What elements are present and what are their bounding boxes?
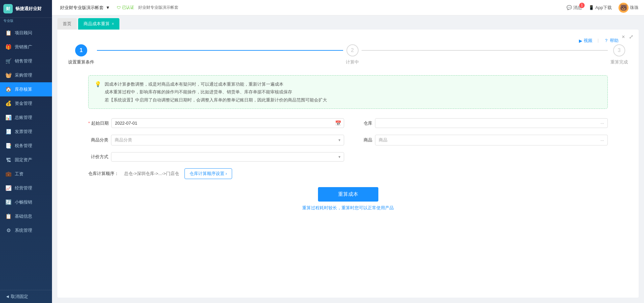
calendar-icon[interactable]: 📅 xyxy=(335,120,341,126)
start-date-input-wrapper: 📅 xyxy=(111,118,344,128)
sidebar-item-label: 总账管理 xyxy=(15,115,32,121)
unpin-button[interactable]: ◄ 取消固定 xyxy=(0,290,52,303)
goods-selector[interactable]: 商品 ··· xyxy=(375,135,608,145)
pricing-label: 计价方式 xyxy=(88,154,108,160)
step-2: 2 计算中 xyxy=(346,44,359,65)
sidebar-item-label: 销售管理 xyxy=(15,58,32,64)
expand-window-button[interactable]: ⤢ xyxy=(629,34,633,40)
sidebar-item-label: 采购管理 xyxy=(15,72,32,78)
sidebar-item-assets[interactable]: 🏗 固定资产 xyxy=(0,153,52,167)
info-icon: 💡 xyxy=(95,81,101,104)
form-row-2: 商品分类 商品分类 ▾ 商品 商品 ··· xyxy=(88,135,608,145)
operation-icon: 📈 xyxy=(5,185,11,191)
tab-home[interactable]: 首页 xyxy=(57,18,77,30)
form-section: 起始日期 📅 仓库 ··· 商品分类 xyxy=(88,118,608,211)
sidebar-item-marketing[interactable]: 🎁 营销推广 xyxy=(0,40,52,54)
video-label: 视频 xyxy=(584,38,592,44)
sidebar-item-label: 库存核算 xyxy=(15,86,32,92)
warehouse-group: 仓库 ··· xyxy=(352,118,608,128)
warehouse-selector[interactable]: ··· xyxy=(375,118,608,128)
help-link[interactable]: ？ 帮助 xyxy=(604,38,619,44)
tab-recalc-label: 商品成本重算 xyxy=(84,21,110,27)
sidebar-item-label: 资金管理 xyxy=(15,100,32,106)
inventory-icon: 🏠 xyxy=(5,86,11,92)
account-selector[interactable]: 好业财专业版演示帐套 ▼ xyxy=(57,3,113,12)
step-2-label: 计算中 xyxy=(346,59,359,65)
question-icon: ？ xyxy=(604,38,608,44)
sidebar-item-tax[interactable]: 📑 税务管理 xyxy=(0,139,52,153)
step-1: 1 设置重算条件 xyxy=(68,44,94,65)
verified-account-name: 好业财专业版演示帐套 xyxy=(138,5,178,10)
invoice-icon: 🧾 xyxy=(5,129,11,135)
project-icon: 📋 xyxy=(5,30,11,36)
purchase-icon: 🧺 xyxy=(5,72,11,78)
sales-icon: 🛒 xyxy=(5,58,11,64)
pricing-selector[interactable]: ▾ xyxy=(111,152,344,162)
sidebar-item-basic[interactable]: 📋 基础信息 xyxy=(0,209,52,223)
sidebar-item-label: 营销推广 xyxy=(15,44,32,50)
messages-button[interactable]: 💬 消息 1 xyxy=(567,5,582,11)
logo-text-group: 畅捷通好业财 xyxy=(15,6,42,11)
sidebar-item-purchase[interactable]: 🧺 采购管理 xyxy=(0,68,52,82)
goods-placeholder: 商品 xyxy=(379,137,601,143)
sidebar-item-inventory[interactable]: 🏠 库存核算 xyxy=(0,82,52,96)
user-menu[interactable]: 🐻 珠珠 xyxy=(619,3,639,13)
app-download-button[interactable]: 📱 App下载 xyxy=(589,5,612,11)
close-window-button[interactable]: × xyxy=(622,34,625,40)
dots-icon: ··· xyxy=(600,138,604,143)
video-link[interactable]: ▶ 视频 xyxy=(579,38,592,44)
topbar: 好业财专业版演示帐套 ▼ 🛡 已认证 好业财专业版演示帐套 💬 消息 1 📱 A… xyxy=(52,0,644,15)
sidebar-item-invoice[interactable]: 🧾 发票管理 xyxy=(0,125,52,139)
goods-label: 商品 xyxy=(352,137,372,143)
sidebar-item-operation[interactable]: 📈 经营管理 xyxy=(0,181,52,195)
main-area: 好业财专业版演示帐套 ▼ 🛡 已认证 好业财专业版演示帐套 💬 消息 1 📱 A… xyxy=(52,0,644,303)
sidebar-item-system[interactable]: ⚙ 系统管理 xyxy=(0,223,52,237)
warehouse-order-settings-button[interactable]: 仓库计算顺序设置 › xyxy=(184,168,232,179)
system-icon: ⚙ xyxy=(5,227,11,233)
sidebar-item-sales[interactable]: 🛒 销售管理 xyxy=(0,54,52,68)
window-controls: × ⤢ xyxy=(622,34,633,40)
category-group: 商品分类 商品分类 ▾ xyxy=(88,135,344,145)
start-date-input[interactable] xyxy=(111,118,344,128)
tab-recalc[interactable]: 商品成本重算 × xyxy=(78,18,119,30)
step-1-label: 设置重算条件 xyxy=(68,59,94,65)
dots-icon: ··· xyxy=(600,121,604,126)
avatar: 🐻 xyxy=(619,3,629,13)
form-row-1: 起始日期 📅 仓库 ··· xyxy=(88,118,608,128)
step-3: 3 重算完成 xyxy=(610,44,628,65)
sidebar-item-project[interactable]: 📋 项目顾问 xyxy=(0,26,52,40)
unpin-label: ◄ 取消固定 xyxy=(5,294,28,300)
edition-label: 专业版 xyxy=(0,18,52,26)
step-2-circle: 2 xyxy=(346,44,359,56)
sidebar-item-xiaochang[interactable]: 🔄 小畅报销 xyxy=(0,195,52,209)
assets-icon: 🏗 xyxy=(5,157,11,163)
sidebar-item-label: 小畅报销 xyxy=(15,199,32,205)
app-download-label: App下载 xyxy=(595,5,612,11)
category-placeholder: 商品分类 xyxy=(115,137,132,143)
user-name: 珠珠 xyxy=(630,5,639,11)
recalc-btn-label: 重算成本 xyxy=(338,191,358,197)
tax-icon: 📑 xyxy=(5,143,11,149)
sidebar-item-finance[interactable]: 💰 资金管理 xyxy=(0,96,52,111)
sidebar-nav: 📋 项目顾问 🎁 营销推广 🛒 销售管理 🧺 采购管理 🏠 库存核算 💰 资金管… xyxy=(0,26,52,290)
sidebar-item-label: 项目顾问 xyxy=(15,30,32,36)
sidebar-item-label: 基础信息 xyxy=(15,213,32,219)
category-selector[interactable]: 商品分类 ▾ xyxy=(111,135,344,145)
step-3-circle: 3 xyxy=(613,44,625,56)
sidebar-item-salary[interactable]: 💼 工资 xyxy=(0,167,52,181)
sidebar-item-label: 税务管理 xyxy=(15,143,32,149)
goods-group: 商品 商品 ··· xyxy=(352,135,608,145)
recalc-button[interactable]: 重算成本 xyxy=(318,187,378,202)
sidebar-item-label: 固定资产 xyxy=(15,157,32,163)
verified-text: 已认证 xyxy=(122,5,134,10)
help-label: 帮助 xyxy=(610,38,619,44)
step-3-label: 重算完成 xyxy=(610,59,628,65)
message-icon: 💬 xyxy=(567,5,572,10)
tab-close-icon[interactable]: × xyxy=(112,21,114,26)
info-box: 💡 因成本计算参数调整，或是对商品成本有疑问时，可以通过成本重算功能，重新计算一… xyxy=(88,75,608,109)
sidebar-item-label: 系统管理 xyxy=(15,227,32,233)
sidebar-item-ledger[interactable]: 📊 总账管理 xyxy=(0,111,52,125)
start-date-label: 起始日期 xyxy=(88,120,109,126)
pricing-group: 计价方式 ▾ xyxy=(88,152,344,162)
form-row-3: 计价方式 ▾ xyxy=(88,152,608,162)
